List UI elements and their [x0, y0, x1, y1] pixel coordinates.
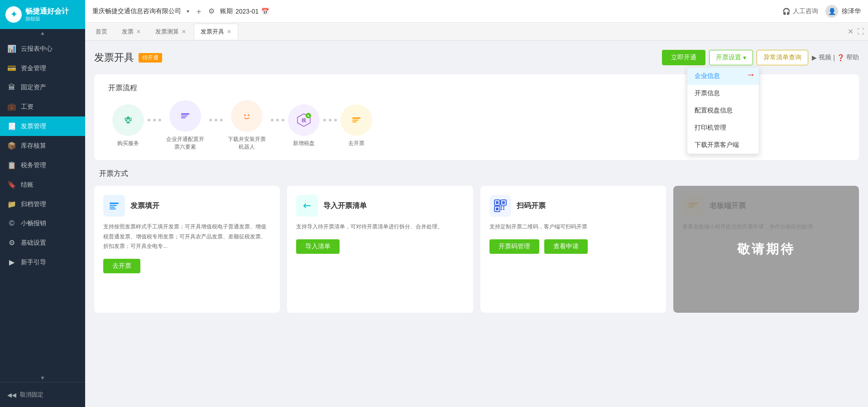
shuiwu-icon: 📋	[7, 161, 16, 170]
logo-text: 畅捷通好会计 旗舰版	[25, 7, 69, 22]
activate-button[interactable]: 立即开通	[662, 50, 705, 65]
xiaochang-icon: ©	[7, 219, 16, 228]
flow-step-buy: 购买服务	[112, 104, 144, 147]
svg-point-7	[240, 110, 253, 122]
zijin-icon: 💳	[7, 64, 16, 73]
page-actions: 立即开通 开票设置 ▾ 异常清单查询 ▶ 视频 | ❓ 帮助	[662, 50, 859, 65]
tab-fapiaocesuan[interactable]: 发票测算 ✕	[149, 24, 193, 39]
sidebar-item-kucun[interactable]: 📦 库存核算	[0, 136, 85, 155]
cancel-fixed-button[interactable]: ◀◀ 取消固定	[0, 386, 85, 403]
chevron-down-icon: ▾	[743, 54, 746, 61]
method-fill-btn[interactable]: 去开票	[103, 259, 140, 273]
topbar-settings-icon[interactable]: ⚙	[208, 7, 215, 15]
avatar: 👤	[825, 5, 838, 18]
close-all-tabs-button[interactable]: ✕	[848, 27, 854, 36]
tab-fapiaokaichu-close[interactable]: ✕	[227, 29, 231, 35]
method-import-btn[interactable]: 导入清单	[296, 239, 340, 254]
methods-section: 开票方式 发票填开 支持按照发票样式手工填开发票；可开具增值税电子普通发票、增值…	[94, 169, 859, 313]
method-scan-btn1[interactable]: 开票码管理	[489, 239, 539, 254]
svg-rect-15	[352, 117, 360, 119]
exception-list-button[interactable]: 异常清单查询	[757, 50, 808, 65]
sidebar-item-gongzi[interactable]: 💼 工资	[0, 97, 85, 116]
play-icon: ▶	[812, 54, 817, 61]
svg-point-9	[248, 114, 249, 116]
dropdown-item-peizhishuipan[interactable]: 配置税盘信息	[687, 102, 759, 119]
video-help-button[interactable]: ▶ 视频 | ❓ 帮助	[812, 53, 859, 62]
kucun-icon: 📦	[7, 141, 16, 150]
maximize-button[interactable]: ⛶	[857, 28, 864, 36]
tabbar-right: ✕ ⛶	[848, 27, 864, 36]
method-scan-desc: 支持定制开票二维码，客户端可扫码开票	[489, 222, 657, 232]
dropdown-item-xiazaiyinhukehuduan[interactable]: 下载开票客户端	[687, 136, 759, 154]
flow-step-open: 去开票	[340, 104, 372, 147]
topbar: 重庆畅捷交通信息咨询有限公司 ▾ ＋ ⚙ 账期 2023-01 📅 🎧 人工咨询…	[85, 0, 868, 23]
tab-fapiaocesuan-close[interactable]: ✕	[182, 29, 186, 35]
topbar-right: 🎧 人工咨询 👤 徐泽华	[782, 5, 861, 18]
settings-dropdown-menu: 企业信息 开票信息 配置税盘信息 打印机管理 下载开票客户端	[687, 67, 759, 154]
sidebar-item-jichusheji[interactable]: ⚙ 基础设置	[0, 233, 85, 252]
company-dropdown-icon[interactable]: ▾	[187, 8, 189, 15]
user-menu[interactable]: 👤 徐泽华	[825, 5, 861, 18]
flow-step-newtax: 税+ 新增税盘	[288, 104, 320, 147]
sidebar-item-xinshouyin[interactable]: ▶ 新手引导	[0, 252, 85, 272]
sidebar-item-guidang[interactable]: 📁 归档管理	[0, 194, 85, 214]
sidebar-scroll-down[interactable]: ▼	[0, 374, 85, 382]
flow-step-download: 下载并安装开票机器人	[226, 100, 267, 151]
svg-rect-27	[502, 201, 505, 204]
method-scan-btn2[interactable]: 查看申请	[544, 239, 588, 254]
svg-rect-32	[501, 208, 502, 210]
svg-point-8	[244, 114, 246, 116]
status-badge: 待开通	[139, 53, 162, 63]
sidebar-item-shuiwu[interactable]: 📋 税务管理	[0, 155, 85, 175]
human-service-button[interactable]: 🎧 人工咨询	[782, 7, 818, 15]
flow-step-newtax-icon: 税+	[288, 104, 320, 136]
method-card-boss: 老板端开票 查看老板端小程序提交的开票申请，并作出相应的处理 敬请期待	[673, 186, 859, 313]
svg-rect-29	[496, 208, 499, 210]
jichusheji-icon: ⚙	[7, 238, 16, 247]
flow-step-buy-icon	[112, 104, 144, 136]
company-name: 重庆畅捷交通信息咨询有限公司	[92, 7, 181, 15]
gudingzichan-icon: 🏛	[7, 83, 16, 92]
svg-rect-30	[501, 206, 502, 208]
sidebar-item-jiezhang[interactable]: 🔖 结账	[0, 175, 85, 194]
flow-connector-1	[144, 119, 165, 121]
calendar-icon[interactable]: 📅	[261, 8, 269, 15]
sidebar-item-yunbao[interactable]: 📊 云报表中心	[0, 39, 85, 58]
dropdown-item-dayinjiguanli[interactable]: 打印机管理	[687, 119, 759, 136]
cancel-icon: ◀◀	[7, 392, 16, 398]
method-card-import: 导入开票清单 支持导入待开票清单，可对待开票清单进行拆分、合并处理。 导入清单	[287, 186, 473, 313]
period-display: 账期 2023-01 📅	[220, 7, 269, 15]
svg-rect-20	[110, 205, 117, 206]
add-company-button[interactable]: ＋	[195, 6, 203, 17]
method-boss-overlay: 敬请期待	[673, 186, 859, 313]
svg-point-0	[121, 113, 135, 127]
method-scan-title: 扫码开票	[517, 201, 546, 211]
flow-connector-2	[206, 119, 226, 121]
tab-fapiao-close[interactable]: ✕	[136, 29, 141, 35]
svg-text:税: 税	[301, 118, 307, 123]
flow-step-config: 企业开通配置开票六要素	[165, 100, 206, 151]
settings-dropdown-button[interactable]: 开票设置 ▾	[709, 50, 753, 65]
svg-rect-31	[503, 206, 504, 208]
page-title: 发票开具	[94, 51, 134, 64]
flow-connector-3	[267, 119, 288, 121]
highlight-arrow: →	[746, 69, 755, 80]
sidebar-nav: 📊 云报表中心 💳 资金管理 🏛 固定资产 💼 工资 🧾 发票管理 📦	[0, 37, 85, 374]
svg-rect-22	[110, 208, 116, 209]
sidebar-item-fapiao[interactable]: 🧾 发票管理	[0, 116, 85, 136]
sidebar-item-xiaochang[interactable]: © 小畅报销	[0, 214, 85, 233]
tab-fapiao[interactable]: 发票 ✕	[115, 24, 148, 39]
svg-rect-4	[181, 113, 189, 115]
tab-fapiaokaichu[interactable]: 发票开具 ✕	[194, 24, 238, 39]
method-card-fill: 发票填开 支持按照发票样式手工填开发票；可开具增值税电子普通发票、增值税普通发票…	[94, 186, 280, 313]
dropdown-item-kaipiaoxinxi[interactable]: 开票信息	[687, 85, 759, 102]
sidebar-item-zijin[interactable]: 💳 资金管理	[0, 58, 85, 78]
tab-home[interactable]: 首页	[89, 24, 114, 39]
method-fill-header: 发票填开	[103, 195, 271, 217]
svg-rect-6	[181, 117, 186, 118]
svg-rect-33	[503, 208, 504, 210]
sidebar-scroll-up[interactable]: ▲	[0, 29, 85, 37]
sidebar-item-gudingzichan[interactable]: 🏛 固定资产	[0, 78, 85, 97]
guidang-icon: 📁	[7, 200, 16, 208]
methods-grid: 发票填开 支持按照发票样式手工填开发票；可开具增值税电子普通发票、增值税普通发票…	[94, 186, 859, 313]
